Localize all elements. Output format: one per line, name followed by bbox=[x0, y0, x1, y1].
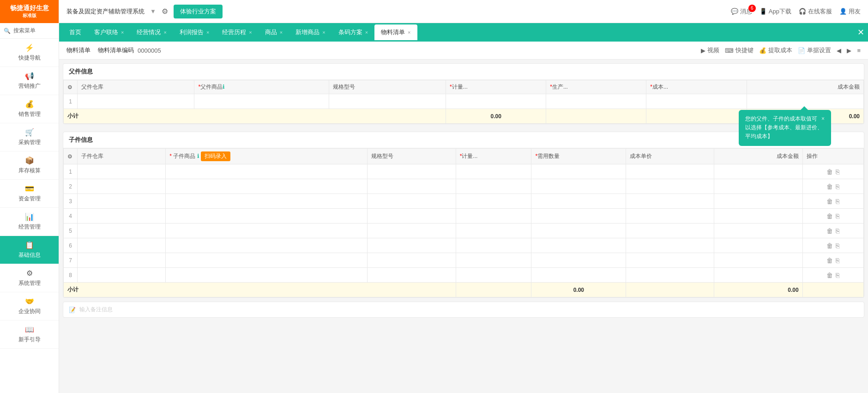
tab-biz-process[interactable]: 经营历程 × bbox=[216, 24, 258, 40]
delete-icon[interactable]: 🗑 bbox=[826, 183, 833, 190]
note-placeholder[interactable]: 输入备注信息 bbox=[79, 306, 113, 314]
child-product-cell[interactable] bbox=[166, 179, 368, 194]
parent-production-cell[interactable] bbox=[546, 94, 646, 109]
tab-new-product-close[interactable]: × bbox=[322, 30, 325, 35]
online-service-button[interactable]: 🎧 在线客服 bbox=[799, 7, 832, 16]
nav-list-button[interactable]: ≡ bbox=[857, 47, 861, 54]
scan-input-button[interactable]: 扫码录入 bbox=[201, 151, 230, 161]
child-unit-cell[interactable] bbox=[456, 179, 531, 194]
sidebar-item-finance[interactable]: 💳 资金管理 bbox=[0, 180, 59, 208]
child-warehouse-cell[interactable] bbox=[78, 224, 166, 238]
delete-icon[interactable]: 🗑 bbox=[826, 227, 833, 235]
sidebar-item-marketing[interactable]: 📢 营销推广 bbox=[0, 67, 59, 95]
tab-bom-close[interactable]: × bbox=[408, 30, 410, 35]
delete-icon[interactable]: 🗑 bbox=[826, 257, 833, 264]
tab-home[interactable]: 首页 bbox=[63, 24, 88, 40]
tab-customer[interactable]: 客户联络 × bbox=[88, 24, 130, 40]
child-spec-cell[interactable] bbox=[368, 164, 456, 179]
delete-icon[interactable]: 🗑 bbox=[826, 272, 833, 279]
tab-barcode-close[interactable]: × bbox=[365, 30, 368, 35]
child-warehouse-cell[interactable] bbox=[78, 238, 166, 253]
child-warehouse-cell[interactable] bbox=[78, 179, 166, 194]
sidebar-search[interactable]: 🔍 搜索菜单 bbox=[0, 23, 59, 39]
child-unit-cost-cell[interactable] bbox=[626, 194, 714, 209]
child-qty-cell[interactable] bbox=[531, 268, 626, 283]
child-qty-cell[interactable] bbox=[531, 179, 626, 194]
child-unit-cost-cell[interactable] bbox=[626, 209, 714, 224]
parent-product-cell[interactable] bbox=[194, 94, 329, 109]
sidebar-item-guide[interactable]: 📖 新手引导 bbox=[0, 320, 59, 349]
parent-unit-cell[interactable] bbox=[446, 94, 546, 109]
child-unit-cost-cell[interactable] bbox=[626, 238, 714, 253]
message-button[interactable]: 💬 6 消息 bbox=[731, 7, 752, 16]
delete-icon[interactable]: 🗑 bbox=[826, 212, 833, 220]
copy-icon[interactable]: ⎘ bbox=[836, 272, 839, 279]
child-product-cell[interactable] bbox=[166, 268, 368, 283]
child-qty-cell[interactable] bbox=[531, 194, 626, 209]
gear-icon[interactable]: ⚙ bbox=[162, 7, 168, 16]
parent-spec-cell[interactable] bbox=[329, 94, 446, 109]
parent-col-settings[interactable]: ⚙ bbox=[64, 80, 78, 94]
copy-icon[interactable]: ⎘ bbox=[836, 242, 839, 249]
child-spec-cell[interactable] bbox=[368, 224, 456, 238]
tab-profit[interactable]: 利润报告 × bbox=[173, 24, 216, 40]
child-qty-cell[interactable] bbox=[531, 209, 626, 224]
child-unit-cost-cell[interactable] bbox=[626, 224, 714, 238]
child-warehouse-cell[interactable] bbox=[78, 268, 166, 283]
copy-icon[interactable]: ⎘ bbox=[836, 168, 839, 175]
settings-button[interactable]: 📄 单据设置 bbox=[798, 46, 831, 54]
child-qty-cell[interactable] bbox=[531, 224, 626, 238]
child-warehouse-cell[interactable] bbox=[78, 209, 166, 224]
sidebar-item-inventory[interactable]: 📦 库存核算 bbox=[0, 151, 59, 180]
child-product-cell[interactable] bbox=[166, 209, 368, 224]
child-warehouse-cell[interactable] bbox=[78, 164, 166, 179]
sidebar-item-quicknav[interactable]: ⚡ 快捷导航 bbox=[0, 39, 59, 67]
parent-cost-cell[interactable] bbox=[646, 94, 747, 109]
tab-operations-status[interactable]: 经营情况 × bbox=[130, 24, 173, 40]
cost-button[interactable]: 💰 提取成本 bbox=[759, 46, 792, 54]
child-qty-cell[interactable] bbox=[531, 238, 626, 253]
child-spec-cell[interactable] bbox=[368, 194, 456, 209]
sidebar-item-purchase[interactable]: 🛒 采购管理 bbox=[0, 123, 59, 151]
child-product-cell[interactable] bbox=[166, 238, 368, 253]
child-product-cell[interactable] bbox=[166, 253, 368, 268]
child-unit-cost-cell[interactable] bbox=[626, 164, 714, 179]
close-all-icon[interactable]: ✕ bbox=[857, 27, 864, 37]
sidebar-item-operations[interactable]: 📊 经营管理 bbox=[0, 208, 59, 236]
tab-customer-close[interactable]: × bbox=[121, 30, 124, 35]
child-unit-cost-cell[interactable] bbox=[626, 179, 714, 194]
copy-icon[interactable]: ⎘ bbox=[836, 257, 839, 264]
copy-icon[interactable]: ⎘ bbox=[836, 227, 839, 235]
tab-ops-close[interactable]: × bbox=[163, 30, 166, 35]
child-spec-cell[interactable] bbox=[368, 238, 456, 253]
child-unit-cell[interactable] bbox=[456, 209, 531, 224]
child-unit-cell[interactable] bbox=[456, 238, 531, 253]
child-spec-cell[interactable] bbox=[368, 268, 456, 283]
tab-products-close[interactable]: × bbox=[280, 30, 283, 35]
tab-barcode[interactable]: 条码方案 × bbox=[332, 24, 374, 40]
parent-warehouse-cell[interactable] bbox=[78, 94, 194, 109]
child-unit-cell[interactable] bbox=[456, 268, 531, 283]
tab-biz-close[interactable]: × bbox=[249, 30, 252, 35]
child-unit-cell[interactable] bbox=[456, 224, 531, 238]
child-spec-cell[interactable] bbox=[368, 209, 456, 224]
copy-icon[interactable]: ⎘ bbox=[836, 183, 839, 190]
child-warehouse-cell[interactable] bbox=[78, 194, 166, 209]
dropdown-arrow-icon[interactable]: ▼ bbox=[150, 8, 156, 15]
child-unit-cell[interactable] bbox=[456, 253, 531, 268]
sidebar-item-collab[interactable]: 🤝 企业协同 bbox=[0, 292, 59, 320]
tooltip-close[interactable]: × bbox=[821, 115, 825, 123]
child-spec-cell[interactable] bbox=[368, 179, 456, 194]
tab-profit-close[interactable]: × bbox=[206, 30, 209, 35]
copy-icon[interactable]: ⎘ bbox=[836, 212, 839, 220]
delete-icon[interactable]: 🗑 bbox=[826, 242, 833, 249]
child-warehouse-cell[interactable] bbox=[78, 253, 166, 268]
child-spec-cell[interactable] bbox=[368, 253, 456, 268]
video-button[interactable]: ▶ 视频 bbox=[701, 46, 719, 54]
copy-icon[interactable]: ⎘ bbox=[836, 198, 839, 205]
child-qty-cell[interactable] bbox=[531, 164, 626, 179]
child-unit-cell[interactable] bbox=[456, 164, 531, 179]
sidebar-item-sales[interactable]: 💰 销售管理 bbox=[0, 95, 59, 123]
delete-icon[interactable]: 🗑 bbox=[826, 168, 833, 175]
child-product-cell[interactable] bbox=[166, 194, 368, 209]
